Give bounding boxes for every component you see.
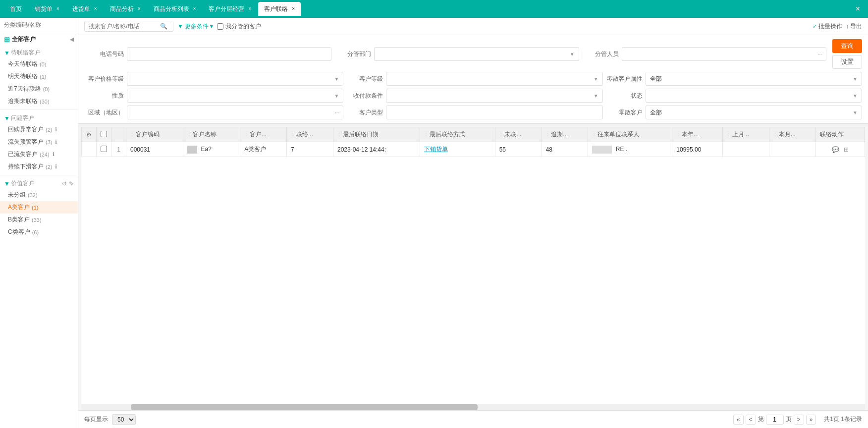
next-page-button[interactable]: > [794, 415, 804, 425]
contact-close-icon[interactable]: × [292, 2, 295, 16]
nav-tab-purchase[interactable]: 进货单 × [66, 2, 103, 16]
nature-input[interactable]: ▼ [127, 89, 343, 103]
contact-label: 客户联络 [264, 2, 288, 16]
sidebar-item-abnormal[interactable]: 回购异常客户 (2) ℹ [0, 123, 78, 136]
sidebar-item-tomorrow[interactable]: 明天待联络 (1) [0, 70, 78, 83]
th-code[interactable]: : 客户编码 [126, 127, 183, 142]
crm-close-icon[interactable]: × [248, 2, 251, 16]
zero-prop-input[interactable]: 全部▼ [646, 72, 862, 86]
purchase-close-icon[interactable]: × [94, 2, 97, 16]
nav-tab-crm[interactable]: 客户分层经营 × [203, 2, 257, 16]
sidebar-item-declining[interactable]: 持续下滑客户 (2) ℹ [0, 160, 78, 173]
row-last-method-cell[interactable]: 下销货单 [420, 142, 495, 157]
problem-customer-label: 问题客户 [11, 114, 35, 122]
check-all[interactable] [101, 131, 107, 137]
zero-cust-input[interactable]: 全部▼ [646, 106, 862, 119]
cust-level-input[interactable]: ▼ [386, 72, 602, 86]
sidebar-search-input[interactable] [4, 21, 78, 28]
sidebar-item-today[interactable]: 今天待联络 (0) [0, 58, 78, 70]
th-index [111, 127, 126, 142]
action-msg-icon[interactable]: 💬 [832, 146, 839, 153]
overdue-label: 逾期未联络 [8, 97, 38, 106]
th-last-date[interactable]: : 最后联络日期 [333, 127, 420, 142]
analysis-list-close-icon[interactable]: × [193, 2, 196, 16]
analysis-close-icon[interactable]: × [138, 2, 141, 16]
crm-label: 客户分层经营 [209, 2, 244, 16]
phone-input[interactable] [127, 47, 331, 61]
area-input[interactable]: ··· [127, 106, 343, 119]
query-button[interactable]: 查询 [832, 39, 862, 53]
sidebar-item-b-class[interactable]: B类客户 (33) [0, 214, 78, 226]
all-customers-header[interactable]: ⊞ 全部客户 ◀ [0, 32, 78, 47]
price-level-input[interactable]: ▼ [127, 72, 343, 86]
sales-close-icon[interactable]: × [56, 2, 59, 16]
export-btn[interactable]: ↑ 导出 [846, 22, 863, 31]
person-dots-icon: ··· [818, 52, 822, 57]
batch-ops-btn[interactable]: ✓ 批量操作 [813, 22, 842, 31]
filter-cell-cust-type: 客户类型 [343, 106, 602, 119]
row-check-cell[interactable] [97, 142, 111, 157]
nav-tab-home[interactable]: 首页 [4, 2, 28, 16]
my-customers-check[interactable] [217, 23, 223, 30]
c-class-label: C类客户 [8, 228, 30, 236]
th-gear[interactable]: ⚙ [82, 127, 97, 142]
person-input[interactable]: ··· [622, 47, 826, 61]
status-arrow-icon: ▼ [853, 93, 858, 99]
th-uncontacted[interactable]: : 未联... [495, 127, 542, 142]
edit-icon[interactable]: ✎ [69, 180, 74, 187]
th-contact-person[interactable]: : 往来单位联系人 [588, 127, 672, 142]
row-name-cell: Ea? [183, 142, 240, 157]
th-action: 联络动作 [816, 127, 865, 142]
action-more-icon[interactable]: ⊞ [844, 146, 849, 153]
collapse-icon[interactable]: ◀ [70, 37, 74, 42]
th-level[interactable]: : 客户... [240, 127, 287, 142]
b-class-label: B类客户 [8, 215, 30, 224]
h-scrollbar[interactable] [81, 404, 865, 410]
status-input[interactable]: ▼ [646, 89, 862, 103]
nav-tab-analysis-list[interactable]: 商品分析列表 × [148, 2, 202, 16]
first-page-button[interactable]: « [733, 415, 744, 425]
sidebar-item-overdue[interactable]: 逾期未联络 (30) [0, 95, 78, 107]
sidebar-item-ungrouped[interactable]: 未分组 (32) [0, 189, 78, 201]
th-check[interactable] [97, 127, 111, 142]
row-action-cell[interactable]: 💬 ⊞ [816, 142, 865, 157]
filter-row-3: 性质 ▼ 收付款条件 ▼ 状态 ▼ [84, 89, 862, 103]
last-page-button[interactable]: » [806, 415, 816, 425]
value-customer-label: 价值客户 [11, 179, 35, 188]
sidebar-item-7days[interactable]: 近7天待联络 (0) [0, 83, 78, 95]
sidebar-item-churned[interactable]: 已流失客户 (24) ℹ [0, 148, 78, 160]
page-size-select[interactable]: 50 [112, 414, 136, 425]
th-last-month[interactable]: : 上月... [723, 127, 769, 142]
price-level-arrow-icon: ▼ [334, 76, 339, 82]
nav-tab-analysis[interactable]: 商品分析 × [104, 2, 147, 16]
sidebar-item-c-class[interactable]: C类客户 (6) [0, 226, 78, 238]
settings-button[interactable]: 设置 [832, 55, 862, 69]
sidebar-item-a-class[interactable]: A类客户 (1) [0, 201, 78, 214]
th-this-month[interactable]: : 本月... [769, 127, 816, 142]
my-customers-checkbox[interactable]: 我分管的客户 [217, 22, 261, 31]
search-input[interactable] [89, 23, 158, 30]
export-label: 导出 [850, 22, 862, 31]
nav-tab-sales[interactable]: 销货单 × [29, 2, 65, 16]
th-this-year[interactable]: : 本年... [672, 127, 723, 142]
prev-page-button[interactable]: < [746, 415, 756, 425]
payment-input[interactable]: ▼ [386, 89, 602, 103]
refresh-icon[interactable]: ↺ [62, 180, 67, 187]
th-name[interactable]: : 客户名称 [183, 127, 240, 142]
more-conditions-btn[interactable]: ▼ 更多条件 ▾ [177, 22, 213, 31]
th-contact[interactable]: : 联络... [287, 127, 333, 142]
nav-tab-customer-contact[interactable]: 客户联络 × [258, 2, 301, 16]
filter-icon: ▼ [177, 23, 183, 30]
last-method-link[interactable]: 下销货单 [424, 146, 448, 153]
page-number-input[interactable] [766, 415, 784, 425]
dept-input[interactable]: ▼ [374, 47, 579, 61]
th-last-method[interactable]: : 最后联络方式 [420, 127, 495, 142]
sidebar-item-churn-warning[interactable]: 流失预警客户 (3) ℹ [0, 136, 78, 148]
h-scrollbar-thumb[interactable] [131, 404, 478, 410]
search-icon[interactable]: 🔍 [160, 23, 167, 30]
close-all-button[interactable]: × [852, 4, 864, 13]
cust-type-input[interactable] [386, 106, 602, 119]
row-check[interactable] [101, 146, 107, 152]
nature-label: 性质 [84, 92, 124, 100]
th-overdue[interactable]: : 逾期... [542, 127, 588, 142]
